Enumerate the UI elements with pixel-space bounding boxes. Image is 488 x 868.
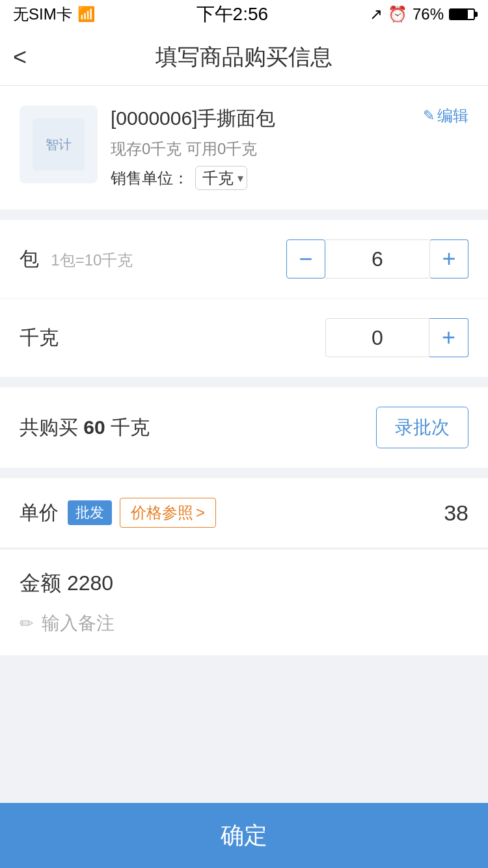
decrement-bao-button[interactable]: −: [286, 239, 325, 278]
price-ref-label: 价格参照: [131, 502, 193, 523]
total-amount: 60: [83, 416, 111, 438]
remark-row[interactable]: ✏ 输入备注: [20, 611, 468, 636]
price-section: 单价 批发 价格参照 > 38: [0, 478, 488, 547]
wifi-icon: 📶: [77, 6, 95, 23]
product-image: 智计: [20, 105, 98, 183]
amount-section: 金额 2280 ✏ 输入备注: [0, 550, 488, 655]
quantity-controls-bao: − +: [286, 239, 468, 278]
product-card: 智计 [0000006]手撕面包 ✎ 编辑 现存0千克 可用0千克 销售单位： …: [0, 86, 488, 210]
page-title: 填写商品购买信息: [156, 42, 332, 72]
confirm-bar[interactable]: 确定: [0, 803, 488, 868]
alarm-icon: ⏰: [388, 5, 407, 23]
nav-bar: < 填写商品购买信息: [0, 29, 488, 86]
quantity-input-bao[interactable]: [325, 239, 429, 278]
price-value: 38: [444, 500, 468, 526]
amount-row: 金额 2280: [20, 569, 468, 598]
product-title: [0000006]手撕面包: [111, 105, 275, 132]
status-bar: 无SIM卡 📶 下午2:56 ↗ ⏰ 76%: [0, 0, 488, 29]
quantity-label-kg: 千克: [20, 325, 325, 351]
edit-label: 编辑: [437, 105, 468, 126]
product-unit: 销售单位： 千克: [111, 166, 468, 190]
product-logo: 智计: [33, 118, 85, 170]
unit-label: 销售单位：: [111, 168, 189, 189]
total-unit: 千克: [111, 416, 150, 438]
unit-select-wrapper[interactable]: 千克: [195, 166, 247, 190]
back-button[interactable]: <: [13, 44, 27, 71]
status-left: 无SIM卡 📶: [13, 4, 95, 25]
total-text: 共购买 60 千克: [20, 414, 150, 441]
status-right: ↗ ⏰ 76%: [370, 5, 475, 23]
edit-button[interactable]: ✎ 编辑: [423, 105, 468, 126]
confirm-button[interactable]: 确定: [221, 820, 267, 852]
increment-kg-button[interactable]: +: [429, 318, 468, 357]
amount-value: 2280: [67, 571, 113, 595]
logo-text: 智计: [46, 136, 72, 154]
product-stock: 现存0千克 可用0千克: [111, 139, 468, 159]
content-area: 智计 [0000006]手撕面包 ✎ 编辑 现存0千克 可用0千克 销售单位： …: [0, 86, 488, 720]
carrier-label: 无SIM卡: [13, 4, 72, 25]
price-label: 单价: [20, 500, 59, 526]
pencil-icon: ✏: [20, 614, 34, 634]
product-header: [0000006]手撕面包 ✎ 编辑: [111, 105, 468, 139]
unit-select[interactable]: 千克: [195, 166, 247, 190]
quantity-label-bao: 包 1包=10千克: [20, 246, 286, 273]
quantity-input-kg[interactable]: [325, 318, 429, 357]
location-icon: ↗: [370, 5, 383, 23]
quantity-controls-kg: +: [325, 318, 468, 357]
total-prefix: 共购买: [20, 416, 78, 438]
remark-placeholder: 输入备注: [42, 611, 115, 636]
edit-icon: ✎: [423, 107, 435, 124]
quantity-row-bao: 包 1包=10千克 − +: [0, 220, 488, 299]
battery-percent: 76%: [413, 5, 444, 23]
battery-bar: [449, 8, 475, 20]
price-reference-button[interactable]: 价格参照 >: [120, 498, 216, 528]
product-info: [0000006]手撕面包 ✎ 编辑 现存0千克 可用0千克 销售单位： 千克: [111, 105, 468, 190]
quantity-row-kg: 千克 +: [0, 299, 488, 377]
price-ref-arrow: >: [196, 504, 205, 522]
total-section: 共购买 60 千克 录批次: [0, 387, 488, 468]
price-tag-wholesale: 批发: [68, 500, 112, 525]
status-time: 下午2:56: [197, 2, 269, 27]
quantity-hint-bao: 1包=10千克: [51, 251, 133, 269]
increment-bao-button[interactable]: +: [429, 239, 468, 278]
amount-label: 金额: [20, 571, 61, 595]
quantity-section: 包 1包=10千克 − + 千克 +: [0, 220, 488, 377]
batch-button[interactable]: 录批次: [376, 407, 468, 448]
